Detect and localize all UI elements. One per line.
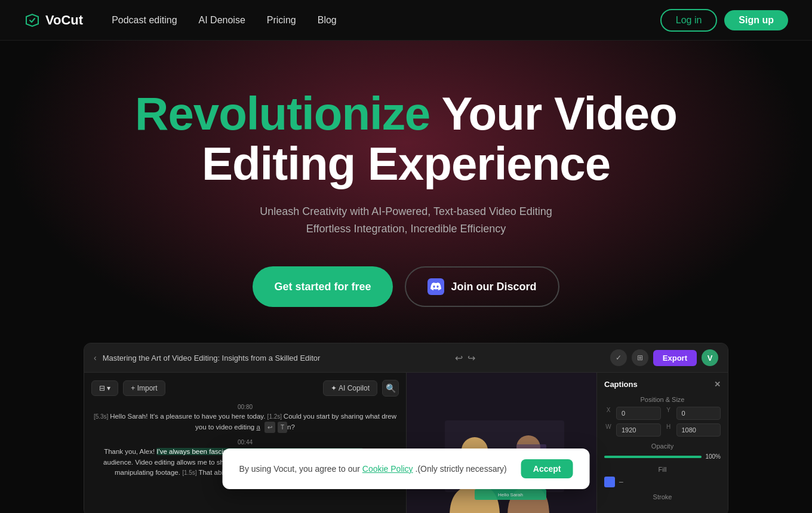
undo-button[interactable]: ↩ [455, 352, 463, 364]
opacity-label: Opacity [604, 443, 721, 450]
captions-title: Captions [604, 380, 638, 389]
nav-right: Log in Sign up [660, 9, 788, 32]
transcript-text-1: [5.3s] Hello Sarah! It's a pleasure to h… [91, 411, 399, 433]
h-label: H [665, 423, 673, 437]
cookie-text-main: By using Vocut, you agree to our [239, 464, 360, 474]
export-button[interactable]: Export [653, 350, 697, 366]
hero-title-white: Your Video [430, 87, 677, 140]
layout-icon: ⊞ [632, 349, 648, 366]
w-input[interactable]: 1920 [616, 423, 661, 437]
titlebar-left: ‹ Mastering the Art of Video Editing: In… [94, 353, 320, 363]
hero-section: Revolutionize Your Video Editing Experie… [0, 41, 812, 513]
panel-close-button[interactable]: ✕ [714, 380, 721, 389]
stroke-section: Stroke [604, 493, 721, 500]
hero-title: Revolutionize Your Video Editing Experie… [12, 88, 800, 189]
fill-section: Fill − [604, 466, 721, 487]
redo-button[interactable]: ↪ [467, 352, 475, 364]
hero-title-accent: Revolutionize [135, 87, 430, 140]
transcript-panel: ⊟ ▾ + Import ✦ AI Copilot 🔍 00:80 [5.3s]… [84, 373, 407, 513]
logo-icon [24, 12, 41, 29]
titlebar-center: ↩ ↪ [455, 352, 475, 364]
cookie-suffix: .(Only strictly necessary) [416, 464, 507, 474]
panel-title: Captions ✕ [604, 380, 721, 389]
video-content: Hello Sarah [407, 373, 596, 513]
nav-podcast-editing[interactable]: Podcast editing [112, 15, 177, 25]
time-label-2: 00:44 [91, 439, 399, 446]
position-label: Position & Size [604, 396, 721, 403]
stroke-label: Stroke [604, 493, 721, 500]
cookie-banner: By using Vocut, you agree to our Cookie … [223, 449, 590, 489]
nav-pricing[interactable]: Pricing [267, 15, 296, 25]
hero-title-line2: Editing Experience [202, 137, 610, 190]
sidebar-toolbar: ⊟ ▾ + Import ✦ AI Copilot 🔍 [91, 380, 399, 397]
fill-remove-button[interactable]: − [619, 477, 623, 487]
discord-icon [427, 278, 444, 295]
transcript-line-1: 00:80 [5.3s] Hello Sarah! It's a pleasur… [91, 404, 399, 433]
search-button[interactable]: 🔍 [382, 380, 399, 397]
discord-button[interactable]: Join our Discord [405, 266, 559, 307]
x-label: X [604, 407, 613, 420]
fill-label: Fill [604, 466, 721, 473]
opacity-row: 100% [604, 453, 721, 460]
xy-row: X 0 Y 0 [604, 407, 721, 420]
navbar: VoCut Podcast editing AI Denoise Pricing… [0, 0, 812, 41]
hero-subtitle-line1: Unleash Creativity with AI-Powered, Text… [260, 205, 552, 217]
time-label-1: 00:80 [91, 404, 399, 410]
check-icon: ✓ [610, 349, 627, 366]
h-input[interactable]: 1080 [676, 423, 721, 437]
cookie-accept-button[interactable]: Accept [521, 459, 573, 478]
nav-blog[interactable]: Blog [318, 15, 337, 25]
cookie-policy-link[interactable]: Cookie Policy [362, 464, 413, 474]
opacity-section: Opacity 100% [604, 443, 721, 460]
nav-links: Podcast editing AI Denoise Pricing Blog [112, 15, 337, 26]
signup-button[interactable]: Sign up [724, 10, 788, 30]
login-button[interactable]: Log in [660, 9, 718, 32]
titlebar-right: ✓ ⊞ Export V [610, 349, 718, 366]
ai-copilot-button[interactable]: ✦ AI Copilot [323, 380, 377, 396]
app-titlebar: ‹ Mastering the Art of Video Editing: In… [84, 343, 728, 373]
back-button[interactable]: ‹ [94, 353, 97, 363]
tag-1: [5.3s] [94, 413, 110, 420]
get-started-button[interactable]: Get started for free [253, 266, 392, 307]
hero-buttons: Get started for free Join our Discord [12, 266, 800, 307]
opacity-fill [604, 456, 702, 458]
nav-ai-denoise[interactable]: AI Denoise [199, 15, 245, 25]
wh-row: W 1920 H 1080 [604, 423, 721, 437]
captions-panel: Captions ✕ Position & Size X 0 Y 0 W 192… [596, 373, 728, 513]
fill-color-box[interactable] [604, 477, 615, 487]
opacity-bar[interactable] [604, 456, 702, 458]
logo-text: VoCut [45, 13, 83, 28]
discord-label: Join our Discord [451, 281, 537, 293]
app-body: ⊟ ▾ + Import ✦ AI Copilot 🔍 00:80 [5.3s]… [84, 373, 728, 513]
w-label: W [604, 423, 613, 437]
user-avatar: V [702, 349, 718, 366]
position-section: Position & Size X 0 Y 0 W 1920 H 1080 [604, 396, 721, 437]
import-button[interactable]: + Import [123, 380, 165, 396]
x-input[interactable]: 0 [616, 407, 661, 420]
app-title-text: Mastering the Art of Video Editing: Insi… [103, 354, 321, 363]
video-panel: Hello Sarah [407, 373, 596, 513]
layout-tool[interactable]: ⊟ ▾ [91, 380, 118, 396]
y-label: Y [665, 407, 673, 420]
svg-text:Hello Sarah: Hello Sarah [498, 492, 523, 497]
logo[interactable]: VoCut [24, 12, 83, 29]
y-input[interactable]: 0 [676, 407, 721, 420]
fill-row: − [604, 477, 721, 487]
cookie-text: By using Vocut, you agree to our Cookie … [239, 464, 507, 474]
nav-left: VoCut Podcast editing AI Denoise Pricing… [24, 12, 337, 29]
hero-subtitle: Unleash Creativity with AI-Powered, Text… [12, 203, 800, 238]
video-frame-svg: Hello Sarah [407, 373, 596, 513]
opacity-value: 100% [705, 453, 721, 460]
hero-subtitle-line2: Effortless Integration, Incredible Effic… [306, 223, 506, 235]
